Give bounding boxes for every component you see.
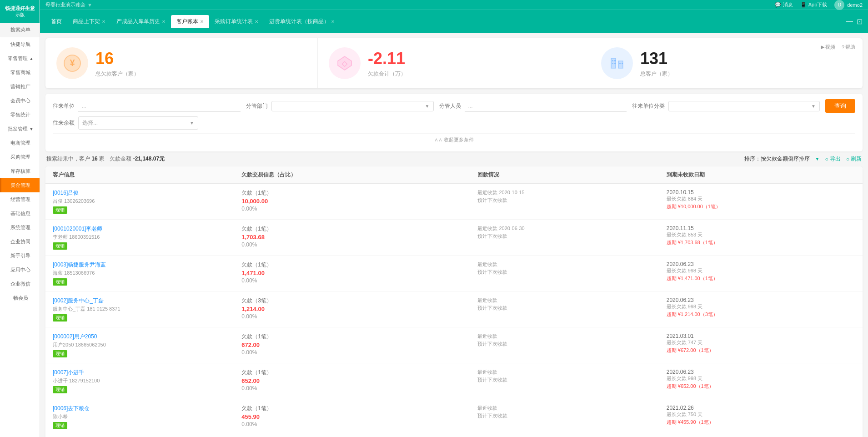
- category-select[interactable]: ▼: [668, 101, 820, 111]
- debt-amount-1[interactable]: 1,703.68: [241, 234, 477, 241]
- debt-amount-3[interactable]: 1,214.00: [241, 306, 477, 312]
- sidebar-item-system[interactable]: 系统管理: [0, 221, 40, 235]
- company-dropdown-icon[interactable]: ▼: [87, 2, 92, 8]
- minimize-btn[interactable]: —: [846, 17, 853, 25]
- customer-name-0[interactable]: [0016]吕俊: [53, 189, 241, 197]
- system-label: 系统管理: [10, 225, 30, 230]
- customer-name-3[interactable]: [0002]服务中心_丁磊: [53, 297, 241, 305]
- tab-purchase-order[interactable]: 采购订单统计表 ✕: [209, 15, 264, 28]
- sidebar-item-retail-stats[interactable]: 零售统计: [0, 108, 40, 122]
- sidebar-item-search[interactable]: 搜索菜单: [0, 23, 40, 37]
- debt-amount-2[interactable]: 1,471.00: [241, 270, 477, 276]
- overdue-amount-2[interactable]: 超期 ¥1,471.00（1笔）: [667, 275, 855, 282]
- main-area: 母婴行业演示账套 ▼ 💬 消息 📱 App下载 D demo2 首页: [40, 0, 868, 437]
- sidebar-item-wechat[interactable]: 企业微信: [0, 277, 40, 291]
- customer-name-4[interactable]: [000002]用户2050: [53, 333, 241, 341]
- tab-product-history-close[interactable]: ✕: [162, 19, 166, 24]
- cell-collection-5: 最近收款 预计下次收款: [477, 369, 666, 383]
- tab-product-history[interactable]: 产成品入库单历史 ✕: [111, 15, 171, 28]
- sidebar-item-batch-mgmt[interactable]: 批发管理 ▼: [0, 122, 40, 136]
- customer-name-6[interactable]: [0006]去下粮仓: [53, 405, 241, 412]
- tab-product-up-close[interactable]: ✕: [102, 19, 105, 24]
- message-btn[interactable]: 💬 消息: [775, 1, 793, 8]
- tab-customer-close[interactable]: ✕: [200, 19, 204, 24]
- overdue-amount-6[interactable]: 超期 ¥455.90（1笔）: [667, 419, 855, 426]
- cell-customer-5: [0007]小进千 小进千 18279152100 现销: [53, 369, 241, 393]
- due-date-2: 2020.06.23: [667, 261, 855, 267]
- refresh-btn[interactable]: ○ 刷新: [846, 155, 862, 163]
- balance-select[interactable]: 选择... ▼: [78, 116, 198, 130]
- maximize-btn[interactable]: ⊡: [857, 17, 863, 26]
- user-avatar-btn[interactable]: D demo2: [834, 0, 863, 10]
- sidebar-item-purchase[interactable]: 采购管理: [0, 150, 40, 164]
- query-button[interactable]: 查询: [825, 99, 855, 113]
- export-label: 导出: [830, 155, 841, 163]
- debt-amount-5[interactable]: 652.00: [241, 377, 477, 384]
- overdue-amount-3[interactable]: 超期 ¥1,214.00（3笔）: [667, 311, 855, 318]
- tab-product-up[interactable]: 商品上下架 ✕: [67, 15, 111, 28]
- customer-name-2[interactable]: [0003]畅捷服务尹海蓝: [53, 261, 241, 269]
- export-btn[interactable]: ○ 导出: [825, 155, 841, 163]
- overdue-amount-5[interactable]: 超期 ¥652.00（1笔）: [667, 383, 855, 390]
- overdue-amount-4[interactable]: 超期 ¥672.00（1笔）: [667, 347, 855, 354]
- filter-balance: 往来余额 选择... ▼: [53, 116, 198, 130]
- debt-amount-6[interactable]: 455.90: [241, 413, 477, 420]
- sidebar-item-new-guide[interactable]: 新手引导: [0, 249, 40, 263]
- sidebar-item-inventory[interactable]: 库存核算: [0, 164, 40, 178]
- sidebar-item-finance[interactable]: 资金管理: [0, 178, 40, 192]
- sidebar-item-members[interactable]: 会员中心: [0, 94, 40, 108]
- cell-due-3: 2020.06.23 最长欠款 998 天 超期 ¥1,214.00（3笔）: [667, 297, 855, 318]
- sort-icon: ▼: [815, 156, 820, 161]
- customer-phone-6: 陈小希: [53, 413, 241, 420]
- sidebar-item-enterprise[interactable]: 企业协同: [0, 235, 40, 249]
- tab-purchase-order-close[interactable]: ✕: [255, 19, 258, 24]
- stat-info-2: -2.11 欠款合计（万）: [368, 49, 406, 78]
- table-body: [0016]吕俊 吕俊 13026203696 现销 欠款（1笔） 10,000…: [45, 184, 863, 437]
- building-icon-svg: [607, 54, 627, 73]
- tab-purchase-stat-close[interactable]: ✕: [331, 19, 335, 24]
- sidebar-item-ecommerce[interactable]: 电商管理: [0, 136, 40, 150]
- logo-sub: 示版: [15, 12, 25, 18]
- video-btn[interactable]: ▶ 视频: [821, 44, 835, 50]
- collapse-icon: ∧∧: [434, 137, 442, 142]
- app-download-btn[interactable]: 📱 App下载: [800, 1, 828, 8]
- stats-section: ¥ 16 总欠款客户（家） ◇ -2.11 欠款合计（万）: [45, 38, 863, 88]
- table-row: [0001020001]李老师 李老师 18600391516 现销 欠款（1笔…: [45, 220, 863, 256]
- person-input[interactable]: ...: [465, 100, 627, 112]
- sidebar-item-retail-store[interactable]: 零售商城: [0, 65, 40, 80]
- sidebar-item-vip[interactable]: 畅会员: [0, 291, 40, 305]
- customer-phone-4: 用户2050 18665062050: [53, 342, 241, 348]
- customer-name-1[interactable]: [0001020001]李老师: [53, 225, 241, 233]
- sidebar-item-operations[interactable]: 经营管理: [0, 192, 40, 206]
- supplier-input[interactable]: ...: [78, 100, 241, 112]
- sidebar-item-retail-mgmt[interactable]: 零售管理 ▲: [0, 51, 40, 65]
- stat-icon-building: [601, 47, 633, 79]
- collection-next-6: 预计下次收款: [477, 412, 666, 419]
- tab-purchase-stat[interactable]: 进货单统计表（按商品） ✕: [264, 15, 340, 28]
- debt-amount-4[interactable]: 672.00: [241, 342, 477, 348]
- total-customers-label: 总客户（家）: [640, 70, 673, 78]
- tab-home[interactable]: 首页: [45, 15, 67, 28]
- chevron-icon: ▲: [30, 56, 34, 61]
- sidebar-item-app-center[interactable]: 应用中心: [0, 263, 40, 277]
- help-label: 帮助: [845, 44, 855, 50]
- due-date-5: 2020.06.23: [667, 369, 855, 375]
- sidebar-item-marketing[interactable]: 营销推广: [0, 80, 40, 94]
- help-btn[interactable]: ? 帮助: [842, 44, 855, 50]
- overdue-amount-0[interactable]: 超期 ¥10,000.00（1笔）: [667, 203, 855, 210]
- tab-customer-account[interactable]: 客户账本 ✕: [171, 15, 209, 28]
- sidebar-item-quick-nav[interactable]: 快捷导航: [0, 37, 40, 51]
- debt-ratio-0: 0.00%: [241, 206, 477, 212]
- cell-debt-0: 欠款（1笔） 10,000.00 0.00%: [241, 189, 477, 212]
- collapse-bar[interactable]: ∧∧ 收起更多条件: [53, 133, 855, 146]
- collection-label-1: 最近收款 2020-06-30: [477, 225, 666, 232]
- debt-ratio-4: 0.00%: [241, 349, 477, 356]
- cell-due-0: 2020.10.15 最长欠款 884 天 超期 ¥10,000.00（1笔）: [667, 189, 855, 210]
- debt-amount-0[interactable]: 10,000.00: [241, 198, 477, 205]
- sidebar-item-basic-info[interactable]: 基础信息: [0, 206, 40, 221]
- dept-select[interactable]: ▼: [271, 101, 434, 111]
- overdue-amount-1[interactable]: 超期 ¥1,703.68（1笔）: [667, 239, 855, 246]
- col-due-date: 到期未收款日期: [667, 171, 855, 179]
- customer-name-5[interactable]: [0007]小进千: [53, 369, 241, 377]
- collection-label-4: 最近收款: [477, 333, 666, 340]
